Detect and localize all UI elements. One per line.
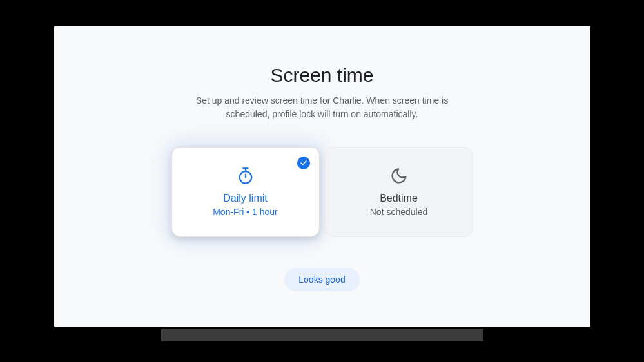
- options-container: Daily limit Mon-Fri • 1 hour Bedtime Not…: [171, 147, 473, 237]
- bedtime-card[interactable]: Bedtime Not scheduled: [325, 147, 473, 237]
- tv-stand-bar: [161, 329, 483, 341]
- moon-icon: [390, 167, 408, 185]
- screen-time-setup-screen: Screen time Set up and review screen tim…: [54, 26, 590, 327]
- bedtime-subtitle: Not scheduled: [370, 207, 428, 217]
- bedtime-title: Bedtime: [380, 193, 418, 204]
- daily-limit-card[interactable]: Daily limit Mon-Fri • 1 hour: [171, 147, 320, 237]
- page-title: Screen time: [270, 64, 373, 86]
- daily-limit-title: Daily limit: [223, 193, 267, 204]
- daily-limit-subtitle: Mon-Fri • 1 hour: [213, 207, 278, 217]
- page-subtitle: Set up and review screen time for Charli…: [193, 94, 451, 121]
- stopwatch-icon: [237, 167, 255, 185]
- check-icon: [297, 157, 310, 169]
- looks-good-button[interactable]: Looks good: [284, 268, 359, 291]
